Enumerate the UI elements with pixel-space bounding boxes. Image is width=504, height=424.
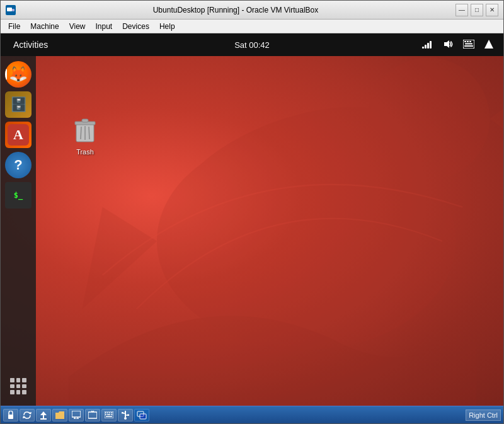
svg-rect-1 [7, 8, 12, 11]
maximize-button[interactable]: □ [471, 4, 483, 16]
svg-rect-9 [464, 41, 466, 42]
virtualbox-window: UbuntuDesktop [Running] - Oracle VM Virt… [0, 0, 504, 424]
menu-file[interactable]: File [3, 20, 25, 33]
terminal-icon: $_ [14, 191, 23, 200]
taskbar-right-section: Right Ctrl [466, 410, 501, 421]
svg-marker-14 [484, 40, 493, 49]
svg-line-23 [89, 127, 89, 139]
sidebar-item-software[interactable]: A [5, 122, 32, 148]
minimize-button[interactable]: — [455, 4, 468, 16]
files-icon: 🗄️ [10, 96, 27, 113]
svg-rect-42 [109, 413, 110, 414]
title-bar: UbuntuDesktop [Running] - Oracle VM Virt… [1, 1, 503, 20]
svg-rect-13 [464, 45, 473, 47]
taskbar-icon-usb[interactable] [118, 409, 133, 421]
svg-rect-3 [422, 47, 424, 49]
desktop-wallpaper-svg [1, 56, 503, 406]
svg-rect-25 [82, 119, 88, 122]
svg-rect-10 [467, 41, 469, 42]
window-controls: — □ ✕ [455, 4, 498, 16]
grid-dot [22, 378, 26, 382]
svg-marker-18 [82, 207, 157, 309]
close-button[interactable]: ✕ [486, 4, 498, 16]
windows-taskbar: Right Ctrl [1, 406, 503, 423]
software-icon: A [8, 124, 29, 146]
menu-devices[interactable]: Devices [117, 20, 154, 33]
trash-label: Trash [76, 148, 94, 156]
volume-icon[interactable] [440, 38, 455, 52]
grid-dot [10, 378, 14, 382]
svg-rect-12 [465, 43, 472, 44]
grid-dot [16, 384, 21, 389]
vm-content: Activities Sat 00:42 [1, 33, 503, 406]
sidebar-item-files[interactable]: 🗄️ [5, 91, 32, 118]
svg-rect-43 [111, 413, 113, 414]
svg-rect-51 [122, 412, 123, 414]
trash-desktop-icon[interactable]: Trash [70, 113, 100, 158]
trash-icon [72, 115, 98, 146]
grid-dot [16, 390, 21, 394]
taskbar-icon-virtualbox[interactable] [134, 409, 149, 421]
grid-dot [10, 384, 14, 389]
grid-dot [10, 390, 14, 394]
taskbar-icon-keyboard2[interactable] [101, 409, 117, 421]
taskbar-icon-refresh[interactable] [20, 409, 35, 421]
svg-rect-44 [105, 415, 106, 416]
sidebar: 🦊 🗄️ A ? $_ [1, 56, 36, 406]
system-tray [419, 38, 496, 52]
svg-rect-36 [88, 412, 97, 418]
taskbar-icon-upload[interactable] [36, 409, 51, 421]
svg-rect-32 [72, 411, 81, 417]
svg-marker-17 [490, 98, 503, 139]
svg-rect-4 [425, 45, 427, 49]
svg-line-21 [81, 127, 81, 139]
menu-view[interactable]: View [64, 20, 91, 33]
svg-rect-31 [40, 418, 47, 420]
svg-rect-45 [107, 415, 110, 416]
svg-rect-2 [12, 9, 14, 11]
svg-rect-40 [105, 413, 106, 414]
svg-rect-46 [111, 415, 113, 416]
network-icon[interactable] [419, 38, 435, 52]
right-ctrl-label: Right Ctrl [466, 410, 501, 421]
sidebar-item-terminal[interactable]: $_ [5, 182, 32, 209]
firefox-icon: 🦊 [9, 66, 28, 83]
menu-machine[interactable]: Machine [25, 20, 64, 33]
grid-dot [16, 378, 21, 382]
sidebar-item-firefox[interactable]: 🦊 [5, 61, 32, 88]
svg-rect-53 [127, 414, 129, 416]
taskbar-icon-folder[interactable] [52, 409, 67, 421]
svg-marker-7 [444, 40, 449, 48]
settings-icon[interactable] [482, 38, 496, 52]
taskbar-icon-display[interactable] [69, 409, 84, 421]
svg-rect-26 [8, 415, 13, 419]
svg-point-49 [124, 417, 127, 420]
svg-rect-41 [107, 413, 108, 414]
svg-rect-5 [427, 43, 429, 49]
svg-rect-11 [469, 41, 471, 42]
ubuntu-topbar: Activities Sat 00:42 [1, 33, 503, 56]
grid-dot [22, 390, 26, 394]
help-icon: ? [14, 157, 22, 173]
svg-rect-55 [140, 414, 146, 419]
keyboard-icon[interactable] [461, 38, 477, 52]
taskbar-icon-lock[interactable] [3, 409, 18, 421]
menu-help[interactable]: Help [154, 20, 180, 33]
grid-dot [22, 384, 26, 389]
activities-button[interactable]: Activities [8, 37, 53, 52]
svg-rect-6 [430, 41, 432, 49]
menu-input[interactable]: Input [91, 20, 118, 33]
app-icon [6, 5, 16, 15]
desktop: 🦊 🗄️ A ? $_ [1, 56, 503, 406]
show-apps-button[interactable] [5, 373, 32, 399]
clock: Sat 00:42 [234, 40, 270, 50]
window-title: UbuntuDesktop [Running] - Oracle VM Virt… [20, 6, 452, 14]
sidebar-item-help[interactable]: ? [5, 152, 32, 178]
menu-bar: File Machine View Input Devices Help [1, 20, 503, 33]
svg-rect-30 [43, 415, 44, 418]
svg-rect-47 [106, 416, 112, 418]
svg-marker-29 [40, 411, 47, 415]
taskbar-icon-tv[interactable] [85, 409, 100, 421]
